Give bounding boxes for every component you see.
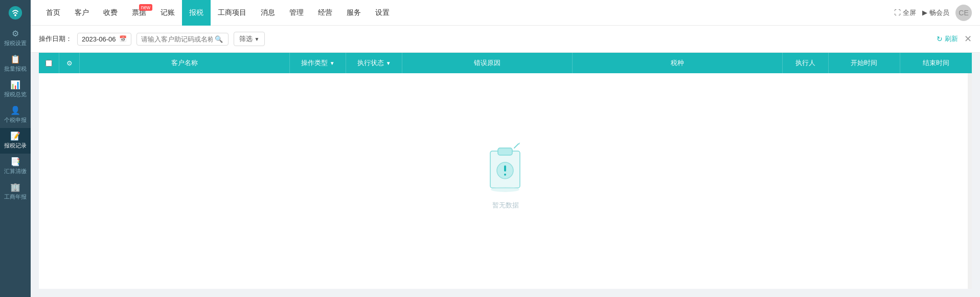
table-header: ⚙ 客户名称 操作类型 ▼ 执行状态 ▼ 错误原因 税种 bbox=[39, 53, 972, 73]
date-label: 操作日期： bbox=[39, 34, 72, 44]
th-checkbox[interactable] bbox=[39, 53, 59, 73]
search-icon: 🔍 bbox=[215, 35, 223, 43]
nav-item-shezhi[interactable]: 设置 bbox=[368, 0, 397, 26]
member-button[interactable]: ▶ 畅会员 bbox=[922, 8, 949, 17]
nav-label: 消息 bbox=[261, 8, 275, 17]
th-taxtype: 税种 bbox=[573, 53, 783, 73]
sidebar: ⚙ 报税设置 📋 批量报税 📊 报税总览 👤 个税申报 📝 报税记录 📑 汇算清… bbox=[0, 0, 31, 297]
empty-text: 暂无数据 bbox=[492, 201, 519, 210]
sidebar-item-label: 报税总览 bbox=[4, 91, 27, 98]
nav-item-shouye[interactable]: 首页 bbox=[39, 0, 67, 26]
nav-item-xiaoxi[interactable]: 消息 bbox=[254, 0, 282, 26]
fullscreen-icon: ⛶ bbox=[894, 9, 901, 16]
nav-item-jizhang[interactable]: 记账 bbox=[153, 0, 182, 26]
sidebar-logo bbox=[0, 0, 31, 26]
nav-label: 经营 bbox=[318, 8, 332, 17]
th-client: 客户名称 bbox=[80, 53, 290, 73]
th-client-label: 客户名称 bbox=[171, 58, 198, 68]
nav-label: 客户 bbox=[75, 8, 89, 17]
filter-icon: ▼ bbox=[330, 60, 335, 66]
sidebar-item-huisuanqingsuan[interactable]: 📑 汇算清缴 bbox=[0, 154, 31, 179]
th-settings[interactable]: ⚙ bbox=[59, 53, 80, 73]
sidebar-item-label: 个税申报 bbox=[4, 116, 27, 124]
refresh-label: 刷新 bbox=[945, 34, 958, 44]
user-initials: CE bbox=[959, 9, 968, 17]
th-status: 执行状态 ▼ bbox=[346, 53, 402, 73]
search-input[interactable] bbox=[141, 35, 213, 43]
scrollbar[interactable] bbox=[968, 73, 972, 289]
topnav: 首页 客户 收费 票据 new 记账 报税 工商项目 消息 bbox=[31, 0, 980, 26]
sidebar-item-baoshuijilu[interactable]: 📝 报税记录 bbox=[0, 128, 31, 154]
svg-rect-6 bbox=[504, 174, 506, 176]
fullscreen-label: 全屏 bbox=[903, 8, 916, 17]
nav-item-baoshui[interactable]: 报税 bbox=[182, 0, 211, 26]
person-icon: 👤 bbox=[10, 107, 20, 115]
empty-illustration bbox=[483, 142, 529, 196]
th-status-label: 执行状态 bbox=[357, 58, 384, 68]
th-endtime: 结束时间 bbox=[900, 53, 972, 73]
select-all-checkbox[interactable] bbox=[45, 60, 52, 67]
th-executor: 执行人 bbox=[783, 53, 829, 73]
nav-item-piaoju[interactable]: 票据 new bbox=[125, 0, 153, 26]
nav-item-fuwu[interactable]: 服务 bbox=[339, 0, 368, 26]
content: 操作日期： 2023-06-06 📅 🔍 筛选 ▼ ↻ 刷新 ✕ bbox=[31, 26, 980, 297]
nav-item-kehu[interactable]: 客户 bbox=[67, 0, 96, 26]
record-icon: 📝 bbox=[10, 132, 20, 140]
search-box[interactable]: 🔍 bbox=[136, 33, 229, 46]
nav-item-jingying[interactable]: 经营 bbox=[311, 0, 339, 26]
nav-label: 服务 bbox=[347, 8, 361, 17]
settings-icon: ⚙ bbox=[12, 30, 19, 38]
filter-icon: ▼ bbox=[386, 60, 391, 66]
calendar-icon: 📅 bbox=[119, 35, 127, 43]
nav-item-guanli[interactable]: 管理 bbox=[282, 0, 311, 26]
batch-icon: 📋 bbox=[10, 55, 20, 63]
nav-label: 设置 bbox=[375, 8, 390, 17]
sidebar-item-piliangbaoshui[interactable]: 📋 批量报税 bbox=[0, 51, 31, 77]
member-label: 畅会员 bbox=[929, 8, 949, 17]
close-icon: ✕ bbox=[964, 34, 972, 44]
sidebar-item-label: 工商年报 bbox=[4, 193, 27, 201]
th-endtime-label: 结束时间 bbox=[923, 58, 949, 68]
th-executor-label: 执行人 bbox=[795, 58, 815, 68]
sidebar-item-baoshuizonglan[interactable]: 📊 报税总览 bbox=[0, 77, 31, 102]
video-icon: ▶ bbox=[922, 9, 927, 16]
annual-icon: 🏢 bbox=[10, 183, 20, 192]
svg-line-7 bbox=[514, 144, 518, 148]
nav-label: 工商项目 bbox=[218, 8, 246, 17]
overview-icon: 📊 bbox=[10, 81, 20, 89]
th-starttime: 开始时间 bbox=[829, 53, 900, 73]
nav-items: 首页 客户 收费 票据 new 记账 报税 工商项目 消息 bbox=[39, 0, 894, 26]
th-optype: 操作类型 ▼ bbox=[290, 53, 346, 73]
nav-label: 管理 bbox=[289, 8, 304, 17]
th-optype-label: 操作类型 bbox=[301, 58, 328, 68]
date-value: 2023-06-06 bbox=[82, 35, 116, 43]
new-badge: new bbox=[139, 4, 152, 11]
sidebar-item-label: 报税设置 bbox=[4, 39, 27, 47]
toolbar-right: ↻ 刷新 ✕ bbox=[937, 34, 972, 44]
nav-item-gongshangxiangmu[interactable]: 工商项目 bbox=[211, 0, 254, 26]
refresh-button[interactable]: ↻ 刷新 bbox=[937, 34, 958, 44]
user-avatar[interactable]: CE bbox=[955, 5, 972, 21]
empty-state: 暂无数据 bbox=[483, 142, 529, 210]
svg-point-9 bbox=[491, 187, 519, 192]
th-starttime-label: 开始时间 bbox=[851, 58, 877, 68]
svg-rect-5 bbox=[504, 165, 506, 172]
sidebar-item-baoshuishezhi[interactable]: ⚙ 报税设置 bbox=[0, 26, 31, 51]
nav-label: 首页 bbox=[46, 8, 60, 17]
topnav-right: ⛶ 全屏 ▶ 畅会员 CE bbox=[894, 5, 972, 21]
th-error: 错误原因 bbox=[402, 53, 572, 73]
nav-item-shoufei[interactable]: 收费 bbox=[96, 0, 125, 26]
th-taxtype-label: 税种 bbox=[671, 58, 684, 68]
sidebar-item-gongshangnianabao[interactable]: 🏢 工商年报 bbox=[0, 179, 31, 205]
sidebar-item-label: 报税记录 bbox=[4, 142, 27, 150]
gear-icon: ⚙ bbox=[66, 59, 73, 67]
sidebar-item-geshuishenbao[interactable]: 👤 个税申报 bbox=[0, 102, 31, 128]
date-picker[interactable]: 2023-06-06 📅 bbox=[77, 33, 131, 46]
close-button[interactable]: ✕ bbox=[964, 34, 972, 44]
refresh-icon: ↻ bbox=[937, 35, 943, 43]
fullscreen-button[interactable]: ⛶ 全屏 bbox=[894, 8, 916, 17]
svg-rect-3 bbox=[498, 148, 512, 155]
chevron-down-icon: ▼ bbox=[255, 36, 260, 42]
filter-button[interactable]: 筛选 ▼ bbox=[234, 32, 265, 46]
th-error-label: 错误原因 bbox=[474, 58, 500, 68]
